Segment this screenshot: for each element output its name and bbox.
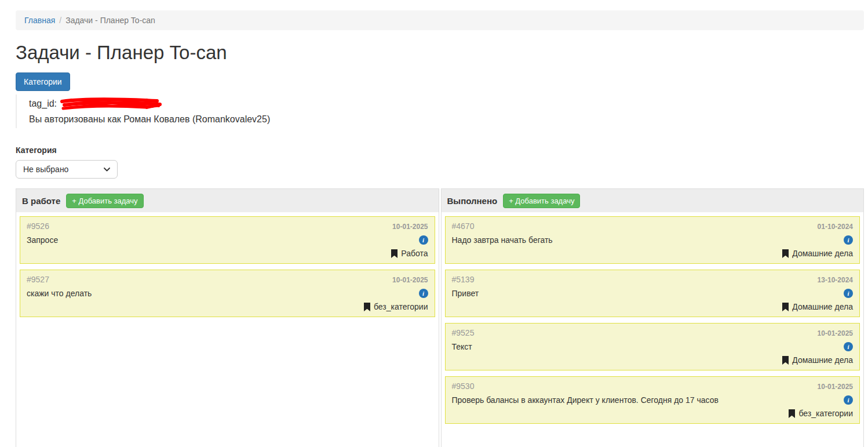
info-icon[interactable]: i [844,342,853,351]
add-task-button[interactable]: + Добавить задачу [503,194,580,208]
breadcrumb-home-link[interactable]: Главная [24,16,55,25]
user-info-block: tag_id: Вы авторизованы как Роман Ковале… [16,95,864,128]
task-text: Запросе [27,235,58,245]
breadcrumb-current: Задачи - Планер To-can [65,16,155,25]
task-text: скажи что делать [27,289,92,298]
task-date: 01-10-2024 [818,223,853,231]
info-icon[interactable]: i [844,395,853,405]
task-card[interactable]: #9526 10-01-2025 Запросе i Работа [20,216,435,264]
cards-list: #9526 10-01-2025 Запросе i Работа #9527 … [16,212,439,321]
board-column: Выполнено + Добавить задачу #4670 01-10-… [441,188,865,447]
tag-id-label: tag_id: [29,96,57,111]
task-category: без_категории [374,302,428,311]
task-text: Надо завтра начать бегать [452,235,553,245]
category-select-value: Не выбрано [23,165,68,174]
task-text: Привет [452,289,479,298]
tag-id-line: tag_id: [29,96,864,111]
task-category: Домашние дела [792,302,853,311]
add-task-button[interactable]: + Добавить задачу [66,194,143,208]
task-id: #9530 [452,381,475,391]
task-date: 13-10-2024 [818,276,853,284]
task-id: #9525 [452,328,475,337]
category-filter-label: Категория [16,146,864,155]
task-card[interactable]: #4670 01-10-2024 Надо завтра начать бега… [445,216,860,264]
page-container: Главная/Задачи - Планер To-can Задачи - … [16,0,864,447]
task-card[interactable]: #9530 10-01-2025 Проверь балансы в аккау… [445,376,860,424]
task-card[interactable]: #9527 10-01-2025 скажи что делать i без_… [20,270,435,317]
breadcrumb-separator: / [59,16,61,25]
board-column: В работе + Добавить задачу #9526 10-01-2… [16,188,439,447]
task-category: без_категории [798,409,853,418]
bookmark-icon [391,249,397,258]
task-id: #4670 [452,221,475,231]
task-id: #9527 [27,275,49,284]
task-board: В работе + Добавить задачу #9526 10-01-2… [16,188,864,447]
info-icon[interactable]: i [419,289,428,298]
task-category: Работа [401,249,428,258]
column-header: В работе + Добавить задачу [16,189,439,212]
bookmark-icon [789,409,795,418]
task-id: #9526 [27,221,49,231]
task-card[interactable]: #9525 10-01-2025 Текст i Домашние дела [445,323,860,370]
breadcrumb: Главная/Задачи - Планер To-can [16,10,864,30]
task-date: 10-01-2025 [818,383,853,391]
task-date: 10-01-2025 [818,329,853,337]
task-id: #5139 [452,275,475,284]
column-header: Выполнено + Добавить задачу [442,189,864,212]
page-title: Задачи - Планер To-can [16,42,864,64]
bookmark-icon [364,303,370,311]
column-title: Выполнено [447,196,498,206]
column-title: В работе [22,196,60,206]
info-icon[interactable]: i [844,235,853,245]
category-select[interactable]: Не выбрано [16,160,118,179]
bookmark-icon [782,249,789,258]
task-text: Текст [452,342,472,351]
redaction-scribble [60,96,164,111]
task-text: Проверь балансы в аккаунтах Директ у кли… [452,395,719,405]
task-date: 10-01-2025 [392,223,428,231]
info-icon[interactable]: i [844,289,853,298]
chevron-down-icon [104,168,110,172]
bookmark-icon [782,356,789,365]
categories-button[interactable]: Категории [16,72,70,91]
task-category: Домашние дела [792,249,853,258]
authorized-text: Вы авторизованы как Роман Ковалев (Roman… [29,111,864,127]
task-card[interactable]: #5139 13-10-2024 Привет i Домашние дела [445,270,860,317]
cards-list: #4670 01-10-2024 Надо завтра начать бега… [442,212,864,428]
info-icon[interactable]: i [419,235,428,245]
task-date: 10-01-2025 [392,276,428,284]
task-category: Домашние дела [792,355,853,365]
bookmark-icon [782,303,789,311]
